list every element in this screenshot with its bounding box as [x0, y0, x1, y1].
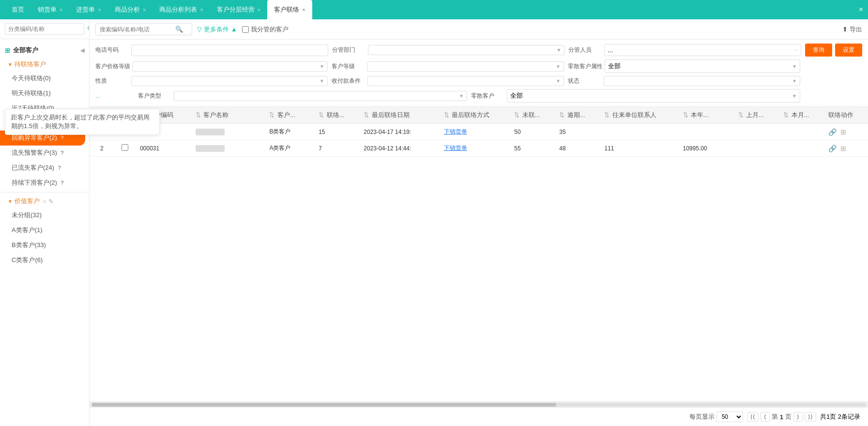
sidebar-item-churn-warning[interactable]: 流失预警客户(3) ? — [0, 146, 89, 161]
window-close-btn[interactable]: × — [859, 5, 863, 14]
nav-product-list-close[interactable]: × — [200, 7, 203, 13]
nav-customer-tier[interactable]: 客户分层经营 × — [210, 0, 267, 19]
row1-name[interactable] — [191, 124, 265, 140]
row2-grid-icon[interactable]: ⊞ — [840, 145, 846, 152]
next-page-btn[interactable]: ⟩ — [793, 412, 803, 422]
row2-action: 🔗 ⊞ — [823, 140, 868, 157]
settings-button[interactable]: 设置 — [835, 44, 862, 57]
export-btn[interactable]: ⬆ 导出 — [842, 25, 862, 34]
th-overdue[interactable]: ⇅ 逾期... — [554, 107, 599, 124]
nav-customer-tier-close[interactable]: × — [258, 7, 260, 13]
nav-home[interactable]: 首页 — [5, 0, 31, 19]
nav-sales-close[interactable]: × — [60, 7, 62, 13]
row2-last-method[interactable]: 下销货单 — [439, 140, 510, 157]
sidebar-search-input[interactable] — [5, 23, 84, 35]
th-last-method[interactable]: ⇅ 最后联络方式 — [439, 107, 510, 124]
th-this-year[interactable]: ⇅ 本年... — [678, 107, 734, 124]
more-dots-btn[interactable]: ... — [95, 92, 100, 99]
phone-input[interactable] — [131, 44, 328, 56]
status-select[interactable]: ▼ — [604, 76, 800, 86]
th-last-month[interactable]: ⇅ 上月... — [733, 107, 778, 124]
th-unreached[interactable]: ⇅ 未联... — [509, 107, 554, 124]
sort-icon-contact: ⇅ — [319, 111, 324, 118]
row1-last-method[interactable]: 下销货单 — [439, 124, 510, 140]
my-customers-label: 我分管的客户 — [251, 25, 289, 34]
abnormal-info-icon[interactable]: ? — [61, 135, 63, 141]
query-button[interactable]: 查询 — [805, 44, 832, 57]
main-search-icon[interactable]: 🔍 — [175, 26, 183, 33]
row1-name-blurred — [196, 129, 225, 135]
nav-purchase[interactable]: 进货单 × — [69, 0, 107, 19]
last-page-btn[interactable]: ⟩⟩ — [805, 412, 816, 422]
prev-page-btn[interactable]: ⟨ — [761, 412, 770, 422]
scrollbar-thumb[interactable] — [91, 403, 556, 407]
th-name[interactable]: ⇅ 客户名称 — [191, 107, 265, 124]
manager-field: 分管人员 ...··· — [568, 44, 801, 56]
sidebar-item-today[interactable]: 今天待联络(0) — [0, 71, 89, 86]
sidebar-item-c-class[interactable]: C类客户(6) — [0, 253, 89, 268]
sidebar-item-churned[interactable]: 已流失客户(24) ? — [0, 161, 89, 176]
edit-icon[interactable]: ✎ — [48, 198, 54, 205]
sidebar-item-b-class[interactable]: B类客户(33) — [0, 238, 89, 253]
more-conditions-btn[interactable]: ▽ 更多条件 ▲ — [197, 25, 237, 34]
churned-info-icon[interactable]: ? — [58, 165, 61, 171]
horizontal-scrollbar[interactable] — [90, 401, 868, 407]
my-customers-checkbox[interactable] — [242, 26, 249, 33]
value-group-label[interactable]: ▼ 价值客户 ○ ✎ — [0, 194, 89, 208]
th-type[interactable]: ⇅ 客户... — [264, 107, 314, 124]
th-contact[interactable]: ⇅ 联络... — [314, 107, 359, 124]
first-page-btn[interactable]: ⟨⟨ — [747, 412, 759, 422]
th-associate[interactable]: ⇅ 往来单位联系人 — [599, 107, 678, 124]
all-customers-header[interactable]: ⊞ 全部客户 ◀ — [0, 43, 89, 58]
scrollbar-track[interactable] — [91, 403, 866, 407]
customer-grade-select[interactable]: ▼ — [367, 61, 564, 72]
retail-customer-select[interactable]: 全部▼ — [507, 89, 800, 103]
filter-bar: 🔍 ▽ 更多条件 ▲ 我分管的客户 ⬆ 导出 — [90, 19, 868, 40]
retail-attr-select[interactable]: 全部▼ — [605, 59, 800, 73]
nature-select[interactable]: ▼ — [131, 76, 328, 86]
collapse-icon[interactable]: ◀ — [80, 47, 84, 54]
declining-info-icon[interactable]: ? — [61, 180, 63, 186]
grid-icon: ⊞ — [5, 47, 10, 54]
price-grade-select[interactable]: ▼ — [132, 61, 328, 72]
sidebar-divider — [0, 192, 89, 192]
nav-product-analysis[interactable]: 商品分析 × — [108, 0, 152, 19]
row1-last-month — [733, 124, 778, 140]
customer-grade-label: 客户等级 — [332, 62, 365, 71]
row2-link-icon[interactable]: 🔗 — [828, 145, 837, 152]
left-sidebar: 🔍 ⊞ 全部客户 ◀ ▼ 待联络客户 今天待联络(0) 明天待联络(1) 近7天… — [0, 19, 90, 426]
dept-select[interactable]: ▼ — [368, 45, 565, 55]
circle-icon[interactable]: ○ — [43, 198, 46, 205]
payment-select[interactable]: ▼ — [367, 76, 564, 86]
nav-product-list[interactable]: 商品分析列表 × — [152, 0, 210, 19]
sidebar-item-declining[interactable]: 持续下滑客户(2) ? — [0, 176, 89, 191]
row1-unreached: 50 — [509, 124, 554, 140]
th-this-month[interactable]: ⇅ 本月... — [778, 107, 823, 124]
manager-select[interactable]: ...··· — [604, 44, 801, 56]
sidebar-item-a-class[interactable]: A类客户(1) — [0, 223, 89, 238]
retail-attr-label: 零散客户属性 — [568, 62, 603, 71]
nav-product-analysis-close[interactable]: × — [143, 7, 146, 13]
my-customers-checkbox-area: 我分管的客户 — [242, 25, 289, 34]
row2-checkbox[interactable] — [122, 144, 128, 151]
per-page-label: 每页显示 — [689, 412, 715, 421]
nav-customer-contact[interactable]: 客户联络 × — [267, 0, 312, 19]
row2-name[interactable] — [191, 140, 265, 157]
customer-type-select[interactable]: ▼ — [174, 91, 467, 101]
sidebar-item-ungroup[interactable]: 未分组(32) — [0, 208, 89, 223]
main-search-input[interactable] — [100, 26, 172, 33]
price-grade-label: 客户价格等级 — [95, 62, 130, 71]
advanced-filter: 电话号码 分管部门 ▼ 分管人员 ...··· 查询 — [90, 40, 868, 107]
nav-customer-contact-close[interactable]: × — [302, 7, 305, 13]
row2-type: A类客户 — [264, 140, 314, 157]
sidebar-item-tomorrow[interactable]: 明天待联络(1) — [0, 86, 89, 101]
per-page-select[interactable]: 50 20 100 — [716, 411, 743, 422]
pending-group-label[interactable]: ▼ 待联络客户 — [0, 58, 89, 71]
row1-link-icon[interactable]: 🔗 — [828, 128, 837, 136]
nav-sales[interactable]: 销货单 × — [31, 0, 69, 19]
churn-warning-info-icon[interactable]: ? — [61, 150, 63, 156]
row1-grid-icon[interactable]: ⊞ — [840, 128, 846, 136]
nav-purchase-close[interactable]: × — [98, 7, 101, 13]
sort-icon-last-month: ⇅ — [738, 111, 744, 118]
th-last-date[interactable]: ⇅ 最后联络日期 — [359, 107, 439, 124]
